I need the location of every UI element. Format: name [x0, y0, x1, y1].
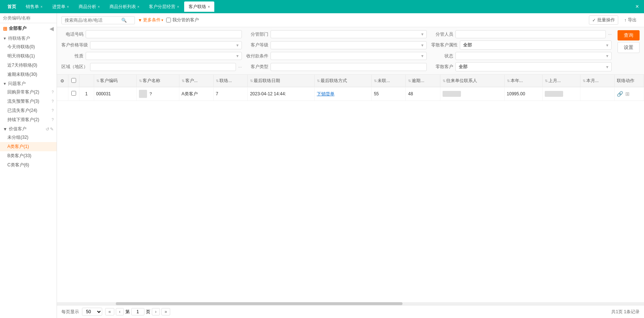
- close-customer-segment-icon[interactable]: ×: [177, 5, 179, 9]
- retail-select[interactable]: 全部 ▾: [455, 62, 612, 71]
- status-select[interactable]: ▾: [455, 52, 612, 60]
- tab-goods-analysis-list[interactable]: 商品分析列表 ×: [105, 1, 144, 12]
- collapse-icon[interactable]: ◀: [50, 26, 54, 32]
- col-not-contact[interactable]: ⇅未联...: [372, 75, 406, 87]
- export-button[interactable]: ↑ 导出: [621, 16, 640, 24]
- close-customer-contact-icon[interactable]: ×: [208, 5, 210, 9]
- manager-input[interactable]: [455, 30, 606, 38]
- qr-action-icon[interactable]: ⊞: [625, 91, 630, 97]
- region-input[interactable]: [90, 63, 236, 71]
- page-size-select[interactable]: 50 100: [82, 308, 102, 316]
- sidebar-item-repurchase[interactable]: 回购异常客户(2) ?: [0, 88, 57, 97]
- col-customer-type[interactable]: ⇅客户...: [179, 75, 213, 87]
- tab-home[interactable]: 首页: [3, 1, 21, 12]
- price-level-select[interactable]: ▾: [90, 41, 242, 49]
- cell-actions: 🔗 ⊞: [615, 87, 644, 101]
- sidebar-item-week-pending[interactable]: 近7天待联络(0): [0, 61, 57, 70]
- sidebar-all-customers[interactable]: ⊞ 全部客户 ◀: [0, 23, 57, 34]
- col-this-month[interactable]: ⇅本月...: [580, 75, 614, 87]
- edit-icon[interactable]: ✎: [50, 127, 54, 132]
- col-last-month[interactable]: ⇅上月...: [542, 75, 580, 87]
- cell-last-contact-method[interactable]: 下销货单: [314, 87, 371, 101]
- sidebar-item-today-pending[interactable]: 今天待联络(0): [0, 42, 57, 52]
- help-icon-declining[interactable]: ?: [51, 118, 54, 122]
- sidebar-item-b-class[interactable]: B类客户(33): [0, 151, 57, 160]
- close-goods-analysis-icon[interactable]: ×: [98, 5, 100, 9]
- batch-icon: ✓: [592, 18, 596, 23]
- tab-customer-contact[interactable]: 客户联络 ×: [184, 1, 214, 12]
- sidebar-item-a-class[interactable]: A类客户(1): [0, 142, 57, 151]
- dept-label: 分管部门: [246, 31, 268, 38]
- help-icon-churn-warning[interactable]: ?: [51, 99, 54, 103]
- contact-method-link[interactable]: 下销货单: [317, 91, 334, 96]
- sidebar-item-c-class[interactable]: C类客户(6): [0, 160, 57, 170]
- payment-select[interactable]: ▾: [271, 52, 427, 60]
- settings-button[interactable]: 设置: [618, 42, 640, 53]
- col-overdue[interactable]: ⇅逾期...: [406, 75, 440, 87]
- tab-purchase[interactable]: 进货单 ×: [48, 1, 74, 12]
- tab-goods-analysis[interactable]: 商品分析 ×: [74, 1, 104, 12]
- cell-checkbox[interactable]: [68, 87, 79, 101]
- page-nav: « ‹ 第 页 › »: [105, 308, 170, 315]
- cust-type-input[interactable]: [271, 63, 427, 71]
- next-page-button[interactable]: ›: [152, 308, 160, 315]
- col-contact-count[interactable]: ⇅联络...: [213, 75, 247, 87]
- contact-action-icon[interactable]: 🔗: [617, 91, 623, 97]
- cust-level-label: 客户等级: [246, 42, 268, 48]
- col-unit-contact[interactable]: ⇅往来单位联系人: [440, 75, 504, 87]
- close-all-button[interactable]: ×: [633, 3, 641, 10]
- sidebar-item-churned[interactable]: 已流失客户(24) ?: [0, 106, 57, 115]
- help-icon-churned[interactable]: ?: [51, 109, 54, 113]
- my-customers-checkbox[interactable]: [166, 18, 171, 22]
- nature-select[interactable]: ▾: [86, 52, 242, 60]
- close-purchase-icon[interactable]: ×: [67, 5, 69, 9]
- sidebar-item-tomorrow-pending[interactable]: 明天待联络(1): [0, 52, 57, 61]
- close-sales-icon[interactable]: ×: [40, 5, 43, 9]
- scroll-thumb[interactable]: [116, 302, 402, 305]
- sidebar-group-problems[interactable]: ▼ 问题客户: [0, 79, 57, 88]
- prev-page-button[interactable]: ‹: [116, 308, 124, 315]
- retail-attr-select[interactable]: 全部 ▾: [460, 40, 612, 50]
- phone-input[interactable]: [86, 30, 242, 38]
- tab-sales[interactable]: 销售单 ×: [21, 1, 47, 12]
- filter-more-button[interactable]: ▼ 更多条件 ▾: [138, 17, 163, 23]
- col-settings[interactable]: ⚙: [57, 75, 68, 87]
- filter-search-input[interactable]: [65, 18, 120, 23]
- row-checkbox[interactable]: [71, 91, 76, 96]
- cust-level-select[interactable]: ▾: [271, 41, 427, 49]
- col-select-all[interactable]: [68, 75, 79, 87]
- sidebar-item-churn-warning[interactable]: 流失预警客户(3) ?: [0, 97, 57, 106]
- col-customer-name[interactable]: ⇅客户名称: [136, 75, 179, 87]
- horizontal-scrollbar[interactable]: [57, 302, 644, 305]
- sidebar-item-overdue[interactable]: 逾期未联络(30): [0, 70, 57, 79]
- nature-label: 性质: [61, 53, 83, 59]
- help-icon-repurchase[interactable]: ?: [51, 90, 54, 94]
- my-customers-checkbox-area[interactable]: 我分管的客户: [166, 17, 199, 23]
- nature-arrow: ▾: [236, 53, 239, 59]
- filter-manager: 分管人员 ···: [431, 30, 612, 38]
- last-page-button[interactable]: »: [161, 308, 171, 315]
- filter-search-icon[interactable]: 🔍: [121, 18, 127, 23]
- col-this-year[interactable]: ⇅本年...: [504, 75, 542, 87]
- col-last-contact-date[interactable]: ⇅最后联络日期: [248, 75, 315, 87]
- refresh-icon[interactable]: ↺: [46, 127, 49, 132]
- sidebar-item-unclassified[interactable]: 未分组(32): [0, 133, 57, 142]
- query-button[interactable]: 查询: [618, 30, 640, 40]
- col-customer-code[interactable]: ⇅客户编码: [94, 75, 136, 87]
- sidebar-group-pending[interactable]: ▼ 待联络客户: [0, 34, 57, 42]
- close-goods-list-icon[interactable]: ×: [137, 5, 140, 9]
- region-dots[interactable]: ···: [238, 64, 242, 70]
- select-all-checkbox[interactable]: [71, 78, 76, 83]
- dept-select[interactable]: ▾: [271, 30, 427, 38]
- b-class-label: B类客户(33): [7, 153, 31, 159]
- col-last-contact-method[interactable]: ⇅最后联络方式: [314, 75, 371, 87]
- manager-dots[interactable]: ···: [608, 32, 612, 37]
- retail-label: 零散客户: [431, 64, 453, 70]
- sidebar-item-declining[interactable]: 持续下滑客户(2) ?: [0, 115, 57, 124]
- tab-customer-segment[interactable]: 客户分层经营 ×: [144, 1, 183, 12]
- sidebar-search-input[interactable]: [3, 15, 57, 21]
- col-customer-type-label: 客户...: [185, 78, 198, 83]
- page-input[interactable]: [131, 308, 144, 315]
- batch-operation-button[interactable]: ✓ 批量操作: [589, 15, 618, 25]
- first-page-button[interactable]: «: [105, 308, 114, 315]
